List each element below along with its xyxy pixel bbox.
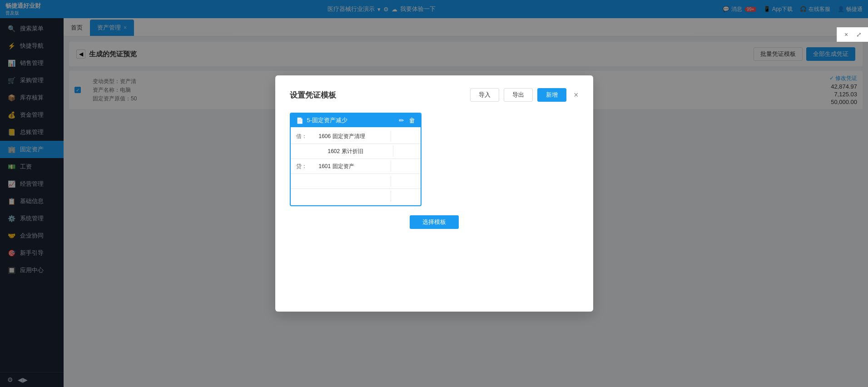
template-col-6 [391,161,415,172]
export-btn[interactable]: 导出 [504,88,533,102]
template-card-header: 📄 5-固定资产减少 ✏ 🗑 [291,114,421,127]
import-btn[interactable]: 导入 [470,88,499,102]
select-template-btn[interactable]: 选择模板 [410,215,459,229]
template-debit-row-2: 1602 累计折旧 [291,144,421,159]
template-card-body: 借： 1606 固定资产清理 1602 累计折旧 贷： [291,127,421,205]
template-col-1 [367,131,392,142]
template-col-4 [393,146,415,157]
close-window-btn[interactable]: × [841,29,852,40]
template-header-left: 📄 5-固定资产减少 [296,116,348,124]
template-title: 5-固定资产减少 [307,116,348,124]
template-empty-row-1 [291,174,421,189]
template-empty-row-2 [291,189,421,203]
template-actions: ✏ 🗑 [399,117,415,124]
template-edit-icon[interactable]: ✏ [399,117,404,124]
template-col-5 [367,161,392,172]
template-card: 📄 5-固定资产减少 ✏ 🗑 借： 1606 固定资产清理 [290,113,422,206]
template-col-3 [372,146,394,157]
window-controls: × ⤢ [837,27,868,42]
template-col-2 [391,131,415,142]
modal-overlay: 设置凭证模板 导入 导出 新增 × 📄 5-固定资产减少 ✏ 🗑 [0,0,868,387]
modal-toolbar: 导入 导出 新增 [470,88,566,102]
modal-dialog: 设置凭证模板 导入 导出 新增 × 📄 5-固定资产减少 ✏ 🗑 [275,75,593,312]
template-credit-row-1: 贷： 1601 固定资产 [291,159,421,174]
modal-title: 设置凭证模板 [290,90,336,100]
template-delete-icon[interactable]: 🗑 [409,117,415,124]
template-doc-icon: 📄 [296,117,303,124]
template-debit-row-1: 借： 1606 固定资产清理 [291,129,421,144]
expand-window-btn[interactable]: ⤢ [853,29,864,40]
modal-header: 设置凭证模板 导入 导出 新增 × [290,88,579,102]
new-btn[interactable]: 新增 [537,88,566,102]
modal-close-btn[interactable]: × [574,91,579,99]
